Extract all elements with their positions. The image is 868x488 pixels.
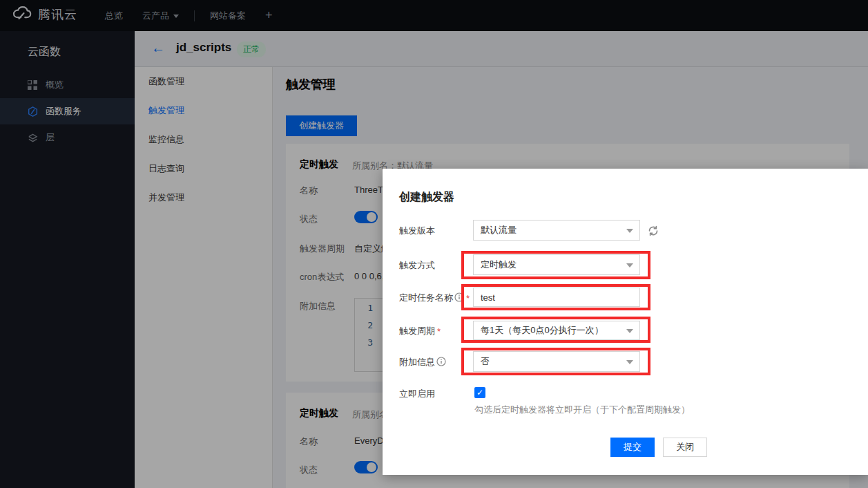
extra-info-select[interactable]: 否 — [473, 351, 640, 372]
enable-hint: 勾选后定时触发器将立即开启（于下个配置周期触发） — [474, 404, 690, 416]
enable-checkbox[interactable]: ✓ — [474, 387, 485, 398]
version-label: 触发版本 — [399, 225, 435, 237]
cycle-label: 触发周期 * — [399, 325, 441, 337]
info-icon[interactable] — [454, 292, 464, 304]
enable-label: 立即启用 — [399, 388, 435, 400]
close-button[interactable]: 关闭 — [663, 438, 707, 457]
method-label: 触发方式 — [399, 259, 435, 272]
version-select[interactable]: 默认流量 — [473, 220, 640, 241]
info-icon[interactable] — [436, 357, 446, 368]
tencent-cloud-console: 腾讯云 总览 云产品 网站备案 + 云函数 概览 — [0, 0, 868, 488]
extra-info-label: 附加信息 — [399, 356, 446, 368]
chevron-down-icon — [626, 263, 633, 268]
chevron-down-icon — [626, 360, 633, 364]
chevron-down-icon — [626, 229, 633, 233]
task-name-input[interactable] — [473, 288, 640, 307]
dialog-title: 创建触发器 — [399, 190, 454, 205]
create-trigger-dialog: 创建触发器 触发版本 默认流量 触发方式 定时触发 定时任务名称 — [383, 169, 868, 475]
chevron-down-icon — [626, 329, 633, 333]
method-select[interactable]: 定时触发 — [473, 254, 640, 275]
cycle-select[interactable]: 每1天（每天0点0分执行一次） — [473, 321, 640, 340]
task-name-label: 定时任务名称 * — [399, 292, 470, 304]
required-star: * — [466, 293, 470, 303]
submit-button[interactable]: 提交 — [610, 438, 655, 457]
refresh-icon[interactable] — [647, 225, 659, 240]
required-star: * — [437, 326, 441, 337]
